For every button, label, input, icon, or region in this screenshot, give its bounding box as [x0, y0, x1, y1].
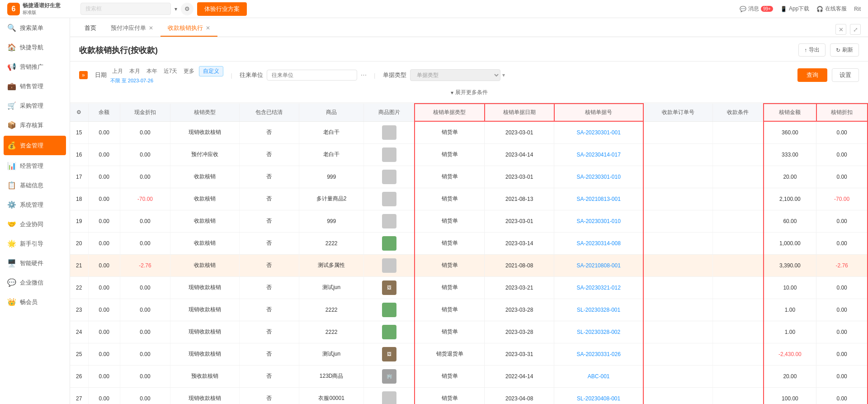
tab-verify-close[interactable]: ✕	[206, 25, 210, 31]
finance-icon: 💰	[7, 141, 16, 150]
table-body: 15 0.00 0.00 现销收款核销 否 老白干 销货单 2023-03-01…	[70, 121, 868, 404]
export-btn[interactable]: ↑ 导出	[798, 43, 826, 57]
tab-verify[interactable]: 收款核销执行 ✕	[160, 20, 217, 37]
sidebar-item-search[interactable]: 🔍 搜索菜单	[0, 18, 70, 38]
filter-dots[interactable]: ···	[361, 71, 367, 79]
bill-no-link[interactable]: SA-20230414-017	[576, 152, 620, 158]
tab-home[interactable]: 首页	[77, 20, 104, 37]
sidebar-item-collab[interactable]: 🤝 企业协同	[0, 214, 70, 234]
bill-no-link[interactable]: SA-20210813-001	[576, 196, 620, 202]
purchase-icon: 🛒	[7, 101, 16, 110]
cell-balance: 0.00	[88, 143, 120, 166]
sidebar-item-label: 新手引导	[20, 240, 43, 248]
cell-receipt-order	[643, 343, 712, 365]
topbar-search[interactable]: 搜索框	[80, 3, 171, 15]
user-name[interactable]: Rit	[854, 6, 861, 12]
tab-prepay-close[interactable]: ✕	[149, 25, 153, 31]
sidebar-item-finance[interactable]: 💰 资金管理	[4, 136, 66, 155]
bill-no-link[interactable]: SA-20230301-001	[576, 129, 620, 136]
date-last-month[interactable]: 上月	[110, 67, 125, 76]
cell-receipt-order	[643, 365, 712, 387]
bill-no-link[interactable]: SA-20230331-026	[576, 351, 620, 357]
expand-row: ▾ 展开更多条件	[79, 87, 859, 98]
cell-bill-type: 销货退货单	[415, 343, 484, 365]
bill-no-link[interactable]: SA-20230301-010	[576, 174, 620, 180]
cell-bill-no: ABC-001	[554, 365, 643, 387]
gear-icon[interactable]: ⚙	[181, 3, 193, 15]
setting-btn[interactable]: 设置	[832, 68, 859, 82]
sidebar-item-hardware[interactable]: 🖥️ 智能硬件	[0, 253, 70, 273]
sidebar-item-purchase[interactable]: 🛒 采购管理	[0, 96, 70, 115]
cell-bill-no: SA-20230314-008	[554, 232, 643, 254]
refresh-btn[interactable]: ↻ 刷新	[830, 43, 859, 57]
date-options: 上月 本月 本年 近7天 更多 自定义 不限 至 2023-07-26	[110, 66, 224, 84]
cell-id: 21	[70, 254, 88, 276]
sidebar-item-label: 畅会员	[20, 298, 38, 306]
cell-bill-date: 2023-03-01	[485, 121, 554, 143]
sidebar-item-basics[interactable]: 📋 基础信息	[0, 176, 70, 195]
bill-no-link[interactable]: SL-20230328-002	[577, 329, 620, 335]
cell-goods: 多计量商品2	[299, 188, 364, 210]
cell-bill-date: 2023-03-31	[485, 343, 554, 365]
col-header-settings[interactable]: ⚙	[70, 104, 88, 121]
date-more[interactable]: 更多	[182, 67, 196, 76]
sidebar-item-nav[interactable]: 🏠 快捷导航	[0, 38, 70, 57]
table-row: 19 0.00 0.00 收款核销 否 999 销货单 2023-03-01 S…	[70, 210, 868, 232]
cell-balance: 0.00	[88, 365, 120, 387]
sidebar-item-system[interactable]: ⚙️ 系统管理	[0, 195, 70, 214]
bill-no-link[interactable]: SL-20230328-001	[577, 307, 620, 313]
trial-btn[interactable]: 体验行业方案	[197, 2, 247, 16]
query-btn[interactable]: 查询	[797, 68, 827, 82]
sidebar-item-guide[interactable]: 🌟 新手引导	[0, 234, 70, 253]
bill-no-link[interactable]: SA-20230321-012	[576, 285, 620, 291]
cell-goods-img: 🖼	[364, 343, 415, 365]
sidebar-item-label: 搜索菜单	[20, 24, 43, 32]
cell-verify-discount: 0.00	[816, 387, 868, 404]
bill-no-link[interactable]: SL-20230408-001	[577, 395, 620, 402]
cell-verify-amount: -2,430.00	[764, 343, 816, 365]
sidebar-item-wechat[interactable]: 💬 企业微信	[0, 273, 70, 292]
cell-receipt-cond	[712, 188, 763, 210]
wechat-icon: 💬	[7, 278, 16, 287]
bill-no-link[interactable]: SA-20230301-010	[576, 218, 620, 224]
sidebar-item-operations[interactable]: 📊 经营管理	[0, 156, 70, 176]
bill-no-link[interactable]: SA-20210808-001	[576, 262, 620, 269]
bill-no-link[interactable]: ABC-001	[588, 373, 610, 380]
cell-balance: 0.00	[88, 343, 120, 365]
cell-cash-discount: 0.00	[120, 299, 170, 321]
cell-receipt-order	[643, 143, 712, 166]
app-download-btn[interactable]: 📱 App下载	[780, 5, 809, 13]
date-7days[interactable]: 近7天	[162, 67, 179, 76]
tab-maximize-btn[interactable]: ⤢	[850, 24, 861, 35]
topbar-dropdown[interactable]: ▾	[175, 6, 177, 12]
cell-bill-type: 销货单	[415, 210, 484, 232]
page-header-actions: ↑ 导出 ↻ 刷新	[798, 43, 859, 57]
filter-collapse-btn[interactable]: »	[79, 71, 88, 79]
date-this-month[interactable]: 本月	[127, 67, 142, 76]
source-unit-input[interactable]	[267, 70, 357, 81]
col-header-receipt-order: 收款单订单号	[643, 104, 712, 121]
date-this-year[interactable]: 本年	[145, 67, 159, 76]
message-btn[interactable]: 💬 消息 99+	[740, 5, 773, 13]
bill-type-select[interactable]: 单据类型	[410, 69, 500, 81]
cell-balance: 0.00	[88, 166, 120, 188]
sidebar-item-sales[interactable]: 💼 销售管理	[0, 76, 70, 96]
bill-no-link[interactable]: SA-20230314-008	[576, 240, 620, 247]
tab-prepay[interactable]: 预付冲应付单 ✕	[104, 20, 160, 37]
tab-close-window-btn[interactable]: ✕	[835, 24, 846, 35]
sidebar-item-member[interactable]: 👑 畅会员	[0, 292, 70, 312]
date-custom[interactable]: 自定义	[199, 66, 223, 76]
cell-cash-discount: 0.00	[120, 210, 170, 232]
cell-receipt-cond	[712, 343, 763, 365]
online-service-btn[interactable]: 🎧 在线客服	[816, 5, 847, 13]
expand-conditions-btn[interactable]: ▾ 展开更多条件	[445, 87, 493, 98]
table-row: 27 0.00 0.00 现销收款核销 否 衣服00001 销货单 2023-0…	[70, 387, 868, 404]
sidebar-item-inventory[interactable]: 📦 库存核算	[0, 115, 70, 135]
cell-include-settled: 否	[239, 210, 299, 232]
sidebar-item-label: 企业微信	[20, 279, 43, 287]
sidebar-item-marketing[interactable]: 📢 营销推广	[0, 57, 70, 76]
date-items: 上月 本月 本年 近7天 更多 自定义	[110, 66, 224, 76]
cell-goods: 999	[299, 166, 364, 188]
cell-receipt-cond	[712, 166, 763, 188]
cell-bill-date: 2023-03-01	[485, 210, 554, 232]
